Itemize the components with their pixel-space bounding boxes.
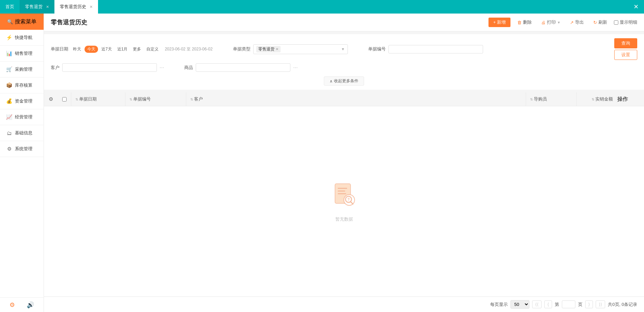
date-filter-label: 单据日期 xyxy=(51,46,68,52)
sidebar-item-label-finance: 资金管理 xyxy=(15,98,32,104)
goods-filter-label: 商品 xyxy=(184,65,193,71)
svg-rect-2 xyxy=(338,191,345,192)
sidebar-item-basic-info[interactable]: 🗂 基础信息 xyxy=(0,125,44,141)
number-filter-input[interactable] xyxy=(388,45,483,53)
type-filter-select[interactable]: 零售退货 ✕ ▼ xyxy=(253,44,348,54)
empty-state: ? 暂无数据 xyxy=(44,106,644,296)
date-btn-7days[interactable]: 近7天 xyxy=(99,46,114,53)
basic-info-icon: 🗂 xyxy=(6,130,12,136)
collapse-filter-button[interactable]: ∧ 收起更多条件 xyxy=(324,76,364,86)
sidebar-bottom: ⚙ 🔊 xyxy=(0,297,44,312)
th-date[interactable]: ⇅ 单据日期 xyxy=(71,92,125,106)
page-size-label: 每页显示 xyxy=(490,302,508,308)
system-icon: ⚙ xyxy=(6,146,12,152)
next-page-button[interactable]: ⟩ xyxy=(585,300,593,308)
finance-icon: 💰 xyxy=(6,98,12,104)
date-btn-today[interactable]: 今天 xyxy=(85,46,98,53)
prev-page-button[interactable]: ⟨ xyxy=(544,300,552,308)
total-info: 共0页, 0条记录 xyxy=(608,302,637,308)
date-btn-more[interactable]: 更多 xyxy=(131,46,143,53)
table-settings-icon[interactable]: ⚙ xyxy=(44,96,57,102)
sidebar-item-label-inventory: 库存核算 xyxy=(15,82,32,88)
customer-filter-dots[interactable]: ··· xyxy=(160,65,164,71)
th-number[interactable]: ⇅ 单据编号 xyxy=(125,92,186,106)
sidebar-item-purchase-mgmt[interactable]: 🛒 采购管理 xyxy=(0,62,44,77)
date-btn-1month[interactable]: 近1月 xyxy=(115,46,130,53)
audio-bottom-icon[interactable]: 🔊 xyxy=(27,301,34,309)
search-icon: 🔍 xyxy=(7,19,13,24)
tab-retail-return-history[interactable]: 零售退货历史 ✕ xyxy=(54,0,98,14)
tab-retail-return-close[interactable]: ✕ xyxy=(46,5,49,9)
sidebar-item-operations[interactable]: 📈 经营管理 xyxy=(0,109,44,125)
sidebar-item-label-sales: 销售管理 xyxy=(15,50,32,57)
add-button[interactable]: + 新增 xyxy=(488,18,510,27)
toolbar: + 新增 🗑 删除 🖨 打印 ▼ ↗ 导出 ↻ 刷新 xyxy=(488,18,637,27)
page-size-select[interactable]: 20 50 100 200 xyxy=(510,300,529,309)
tab-home-label: 首页 xyxy=(5,4,14,10)
table-select-all[interactable] xyxy=(57,97,71,102)
first-page-button[interactable]: ⟨⟨ xyxy=(532,300,542,308)
th-action-label: 操作 xyxy=(617,96,628,102)
th-guide-label: 导购员 xyxy=(534,96,547,102)
svg-rect-1 xyxy=(338,188,347,189)
goods-filter-dots[interactable]: ··· xyxy=(293,65,297,71)
sidebar-item-sales-mgmt[interactable]: 📊 销售管理 xyxy=(0,46,44,62)
goods-filter-input[interactable] xyxy=(196,63,290,72)
show-detail-toggle[interactable]: 显示明细 xyxy=(614,19,637,25)
refresh-icon: ↻ xyxy=(593,20,597,25)
th-guide[interactable]: ⇅ 导购员 xyxy=(526,92,576,106)
refresh-label: 刷新 xyxy=(598,19,607,25)
settings-bottom-icon[interactable]: ⚙ xyxy=(9,301,15,309)
operations-icon: 📈 xyxy=(6,114,12,120)
sidebar-item-finance[interactable]: 💰 资金管理 xyxy=(0,93,44,109)
type-tag-text: 零售退货 xyxy=(258,46,275,52)
th-amount[interactable]: ⇅ 实销金额 xyxy=(576,92,617,106)
inventory-icon: 📦 xyxy=(6,82,12,88)
date-btn-custom[interactable]: 自定义 xyxy=(144,46,161,53)
tab-home[interactable]: 首页 xyxy=(0,0,20,14)
top-bar: 首页 零售退货 ✕ 零售退货历史 ✕ ✕ xyxy=(0,0,644,14)
svg-text:?: ? xyxy=(348,198,350,201)
collapse-label: 收起更多条件 xyxy=(334,78,358,84)
print-button[interactable]: 🖨 打印 ▼ xyxy=(539,18,563,27)
print-label: 打印 xyxy=(547,19,556,25)
select-all-checkbox[interactable] xyxy=(62,97,67,102)
page-label: 第 xyxy=(555,302,559,308)
sidebar-search[interactable]: 🔍 搜索菜单 xyxy=(0,14,44,30)
th-number-label: 单据编号 xyxy=(133,96,151,102)
export-label: 导出 xyxy=(575,19,584,25)
tab-retail-return-history-close[interactable]: ✕ xyxy=(90,5,93,9)
export-icon: ↗ xyxy=(570,20,574,25)
sidebar-item-label-operations: 经营管理 xyxy=(15,114,32,120)
date-btn-yesterday[interactable]: 昨天 xyxy=(71,46,83,53)
sidebar-item-system[interactable]: ⚙ 系统管理 xyxy=(0,141,44,157)
customer-filter: 客户 ··· xyxy=(51,63,164,72)
show-detail-checkbox[interactable] xyxy=(614,20,618,25)
set-button[interactable]: 设置 xyxy=(614,50,637,60)
refresh-button[interactable]: ↻ 刷新 xyxy=(591,18,610,27)
tab-retail-return-history-label: 零售退货历史 xyxy=(60,4,86,10)
date-filter: 单据日期 昨天 今天 近7天 近1月 更多 自定义 2023-06-02 至 2… xyxy=(51,46,213,53)
table-header: ⚙ ⇅ 单据日期 ⇅ 单据编号 ⇅ 客户 ⇅ 导购员 xyxy=(44,92,644,106)
sidebar-item-inventory[interactable]: 📦 库存核算 xyxy=(0,77,44,93)
th-date-label: 单据日期 xyxy=(79,96,97,102)
window-close-button[interactable]: ✕ xyxy=(634,3,639,10)
last-page-button[interactable]: ⟩⟩ xyxy=(596,300,605,308)
page-number-input[interactable]: 1 xyxy=(562,300,575,308)
query-button[interactable]: 查询 xyxy=(614,38,637,48)
export-button[interactable]: ↗ 导出 xyxy=(567,18,587,27)
filter-area: 单据日期 昨天 今天 近7天 近1月 更多 自定义 2023-06-02 至 2… xyxy=(44,34,644,90)
print-icon: 🖨 xyxy=(541,20,546,25)
customer-filter-input[interactable] xyxy=(62,63,157,72)
sidebar-menu: ⚡ 快捷导航 📊 销售管理 🛒 采购管理 📦 库存核算 💰 资金管理 📈 xyxy=(0,30,44,297)
type-tag-close[interactable]: ✕ xyxy=(276,47,279,51)
sidebar-item-quick-nav[interactable]: ⚡ 快捷导航 xyxy=(0,30,44,46)
type-select-arrow: ▼ xyxy=(341,47,345,51)
th-customer[interactable]: ⇅ 客户 xyxy=(186,92,526,106)
delete-button[interactable]: 🗑 删除 xyxy=(515,18,534,27)
tab-retail-return[interactable]: 零售退货 ✕ xyxy=(20,0,54,14)
page-unit: 页 xyxy=(578,302,582,308)
sort-amount-icon: ⇅ xyxy=(592,97,594,101)
purchase-mgmt-icon: 🛒 xyxy=(6,66,12,72)
print-arrow-icon: ▼ xyxy=(557,21,560,24)
